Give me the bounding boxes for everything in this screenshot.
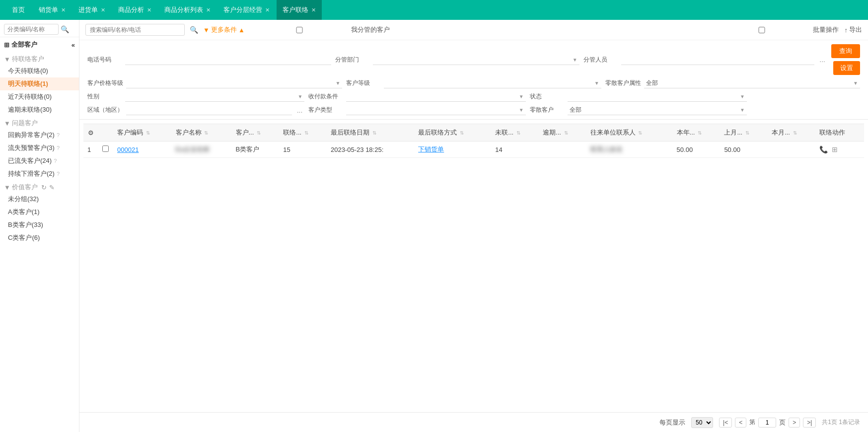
col-unit-contact[interactable]: 往来单位联系人 ⇅ [586, 124, 673, 142]
export-button[interactable]: ↑ 导出 [845, 25, 863, 34]
col-last-contact-date[interactable]: 最后联络日期 ⇅ [327, 124, 414, 142]
phone-action-icon[interactable]: 📞 [819, 145, 828, 153]
grid-action-icon[interactable]: ⊞ [832, 145, 838, 153]
sidebar-item-class-c[interactable]: C类客户(6) [0, 231, 79, 244]
batch-checkbox[interactable] [712, 27, 811, 33]
col-uncontacted[interactable]: 未联... ⇅ [491, 124, 539, 142]
nav-tab-sales[interactable]: 销货单 ✕ [33, 0, 72, 20]
filter-retail-attr: 零散客户属性 全部 ▼ [605, 78, 860, 88]
sidebar-item-lost[interactable]: 已流失客户(24) ? [0, 154, 79, 167]
cust-level-select[interactable] [384, 78, 601, 88]
close-icon[interactable]: ✕ [206, 7, 211, 13]
col-cust-type[interactable]: 客户... ⇅ [232, 124, 280, 142]
dept-select[interactable] [373, 55, 579, 65]
sidebar-item-abnormal-repurchase[interactable]: 回购异常客户(2) ? [0, 129, 79, 142]
next-page-button[interactable]: > [789, 418, 800, 428]
col-cust-code[interactable]: 客户编码 ⇅ [113, 124, 172, 142]
nav-tab-purchase[interactable]: 进货单 ✕ [72, 0, 111, 20]
nav-tab-customer-contact[interactable]: 客户联络 ✕ [277, 0, 322, 20]
sidebar-item-7days[interactable]: 近7天待联络(0) [0, 90, 79, 103]
col-last-month[interactable]: 上月... ⇅ [720, 124, 768, 142]
nav-tab-product-analysis[interactable]: 商品分析 ✕ [112, 0, 157, 20]
col-action: 联络动作 [815, 124, 864, 142]
settings-button[interactable]: 设置 [833, 61, 860, 75]
retail-customer-select[interactable]: 全部 [568, 105, 747, 115]
settings-col-header[interactable]: ⚙ [83, 124, 98, 142]
col-cust-name[interactable]: 客户名称 ⇅ [172, 124, 232, 142]
row-checkbox[interactable] [102, 145, 109, 152]
question-icon[interactable]: ? [57, 171, 60, 177]
cust-type-select[interactable] [346, 105, 525, 115]
sort-icon: ⇅ [698, 130, 702, 136]
page-number-input[interactable] [758, 418, 776, 428]
sidebar-search-input[interactable] [4, 24, 59, 35]
main-layout: 🔍 ⊞ 全部客户 « ▼ 待联络客户 今天待联络(0) 明天待联络(1) 近7天… [0, 20, 868, 432]
close-icon[interactable]: ✕ [61, 7, 66, 13]
sidebar-item-lost-warning[interactable]: 流失预警客户(3) ? [0, 142, 79, 154]
batch-operation-button[interactable]: 批量操作 [712, 25, 839, 34]
gender-select[interactable] [125, 91, 304, 102]
col-overdue[interactable]: 逾期... ⇅ [539, 124, 586, 142]
region-input[interactable] [126, 105, 292, 115]
sort-icon: ⇅ [638, 130, 642, 136]
close-icon[interactable]: ✕ [147, 7, 151, 13]
phone-input[interactable] [125, 55, 331, 65]
nav-tab-product-list[interactable]: 商品分析列表 ✕ [158, 0, 217, 20]
filter-person: 分管人员 ... [583, 55, 827, 65]
close-icon[interactable]: ✕ [311, 7, 316, 13]
sidebar-item-today[interactable]: 今天待联络(0) [0, 65, 79, 77]
nav-tab-customer-tier[interactable]: 客户分层经营 ✕ [217, 0, 276, 20]
sort-icon: ⇅ [793, 130, 797, 136]
person-more-icon[interactable]: ... [817, 56, 827, 64]
col-last-contact-method[interactable]: 最后联络方式 ⇅ [414, 124, 491, 142]
prev-page-button[interactable]: < [735, 418, 746, 428]
first-page-button[interactable]: |< [719, 418, 732, 428]
cell-this-year: 50.00 [673, 142, 721, 158]
cell-checkbox[interactable] [98, 142, 113, 158]
col-this-year[interactable]: 本年... ⇅ [673, 124, 721, 142]
person-input[interactable] [621, 55, 815, 65]
sidebar-item-tomorrow[interactable]: 明天待联络(1) [0, 77, 79, 90]
search-button[interactable]: 🔍 [190, 26, 198, 34]
last-page-button[interactable]: >| [803, 418, 816, 428]
retail-customer-wrap: 全部 ▼ [568, 105, 747, 115]
per-page-label: 每页显示 [659, 418, 685, 427]
col-this-month[interactable]: 本月... ⇅ [768, 124, 815, 142]
price-level-select[interactable] [126, 78, 342, 88]
page-size-select[interactable]: 50 [691, 417, 713, 428]
sidebar-all-customers[interactable]: ⊞ 全部客户 « [0, 37, 79, 52]
cell-last-contact-method[interactable]: 下销货单 [414, 142, 491, 158]
filter-gender: 性别 ▼ [87, 91, 304, 102]
filter-row-4: 区域（地区） ... 客户类型 ▼ 零散客户 全部 [87, 105, 860, 115]
sidebar-item-ungrouped[interactable]: 未分组(32) [0, 193, 79, 206]
sidebar-item-class-a[interactable]: A类客户(1) [0, 206, 79, 218]
arrow-down-icon: ▼ [4, 56, 10, 63]
nav-home[interactable]: 首页 [5, 0, 32, 20]
my-customers-check[interactable] [250, 27, 349, 33]
retail-attr-select[interactable]: 全部 [644, 78, 860, 88]
refresh-icon[interactable]: ↻ [41, 184, 47, 191]
payment-select[interactable] [346, 91, 525, 102]
query-button[interactable]: 查询 [831, 44, 860, 58]
sidebar-item-overdue[interactable]: 逾期未联络(30) [0, 103, 79, 116]
close-icon[interactable]: ✕ [265, 7, 270, 13]
sidebar-search-icon[interactable]: 🔍 [61, 25, 69, 33]
my-customers-checkbox[interactable]: 我分管的客户 [250, 25, 390, 34]
status-select[interactable] [568, 91, 747, 102]
cell-cust-code[interactable]: 000021 [113, 142, 172, 158]
sidebar-group-value: ▼ 价值客户 ↻ ✎ [0, 180, 79, 193]
edit-icon[interactable]: ✎ [49, 184, 55, 191]
region-more-icon[interactable]: ... [295, 106, 305, 114]
search-input[interactable] [85, 24, 185, 36]
close-icon[interactable]: ✕ [101, 7, 105, 13]
sidebar-item-class-b[interactable]: B类客户(33) [0, 218, 79, 231]
more-conditions-button[interactable]: ▼ 更多条件 ▲ [203, 25, 245, 34]
collapse-icon[interactable]: « [72, 41, 75, 49]
cell-action: 📞 ⊞ [815, 142, 864, 158]
question-icon[interactable]: ? [54, 158, 57, 164]
question-icon[interactable]: ? [57, 145, 60, 151]
sidebar-item-declining[interactable]: 持续下滑客户(2) ? [0, 167, 79, 180]
col-contact[interactable]: 联络... ⇅ [279, 124, 327, 142]
cell-this-month [768, 142, 815, 158]
question-icon[interactable]: ? [57, 132, 60, 138]
